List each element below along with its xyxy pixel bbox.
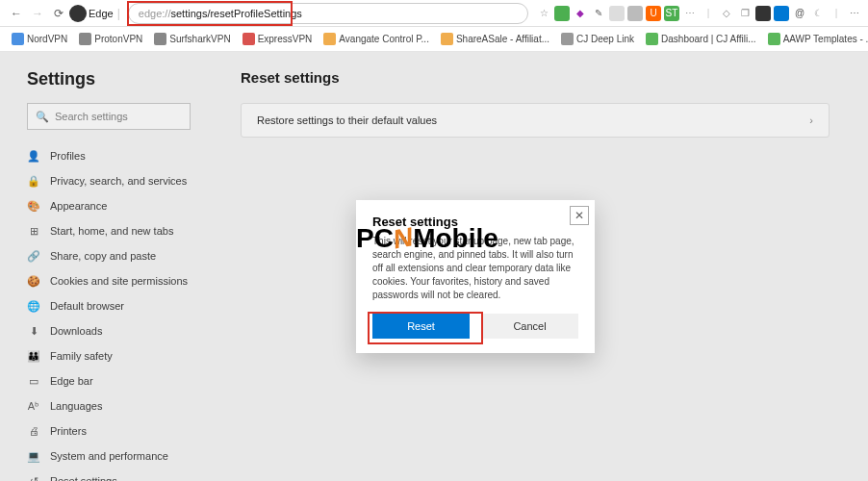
favicon-icon [561, 33, 574, 45]
bookmark-item[interactable]: ProtonVPN [75, 31, 146, 47]
favicon-icon [441, 33, 453, 45]
menu-icon[interactable]: ⋯ [847, 6, 862, 21]
bookmark-item[interactable]: ShareASale - Affiliat... [437, 31, 553, 47]
browser-toolbar: ← → ⟳ Edge | edge://settings/resetProfil… [0, 0, 868, 27]
edge-label: Edge [89, 8, 114, 19]
favicon-icon [12, 33, 24, 45]
cancel-button[interactable]: Cancel [481, 314, 578, 339]
ext-icon[interactable]: ☾ [810, 6, 826, 21]
reset-button[interactable]: Reset [372, 314, 470, 339]
ext-icon[interactable] [774, 6, 789, 21]
ext-icon[interactable]: ✎ [591, 6, 606, 21]
back-button[interactable]: ← [6, 3, 27, 24]
ext-icon[interactable]: @ [792, 6, 807, 21]
ext-icon[interactable] [609, 6, 625, 21]
favicon-icon [646, 33, 658, 45]
bookmark-item[interactable]: CJ Deep Link [557, 31, 638, 47]
ext-icon[interactable] [627, 6, 643, 21]
ext-icon[interactable]: ◇ [719, 6, 734, 21]
bookmark-item[interactable]: Avangate Control P... [319, 31, 433, 47]
favicon-icon [323, 33, 336, 45]
bookmark-item[interactable]: AAWP Templates - ... [764, 31, 868, 47]
close-button[interactable]: ✕ [570, 206, 589, 225]
favicon-icon [79, 33, 91, 45]
dialog-title: Reset settings [372, 215, 578, 229]
address-bar[interactable]: edge://settings/resetProfileSettings [128, 3, 528, 24]
dialog-body: This will reset your startup page, new t… [372, 235, 578, 302]
forward-button[interactable]: → [27, 3, 48, 24]
bookmark-item[interactable]: Dashboard | CJ Affili... [642, 31, 760, 47]
favicon-icon [768, 33, 780, 45]
ext-icon[interactable] [554, 6, 570, 21]
ext-icon[interactable]: U [646, 6, 661, 21]
bookmark-item[interactable]: ExpressVPN [239, 31, 317, 47]
favicon-icon [154, 33, 166, 45]
ext-icon[interactable] [755, 6, 771, 21]
edge-icon [69, 5, 87, 22]
reset-dialog: ✕ Reset settings This will reset your st… [356, 200, 595, 353]
ext-icon[interactable]: ⋯ [682, 6, 698, 21]
extension-icons: ☆ ◆ ✎ U ST ⋯ | ◇ ❐ @ ☾ | ⋯ [536, 6, 862, 21]
bookmark-item[interactable]: NordVPN [8, 31, 71, 47]
ext-icon[interactable]: ◆ [573, 6, 588, 21]
bookmark-item[interactable]: SurfsharkVPN [150, 31, 234, 47]
ext-icon[interactable]: ST [664, 6, 679, 21]
ext-icon[interactable]: ❐ [737, 6, 753, 21]
favicon-icon [243, 33, 255, 45]
bookmarks-bar: NordVPNProtonVPNSurfsharkVPNExpressVPNAv… [0, 27, 868, 52]
refresh-button[interactable]: ⟳ [48, 3, 69, 24]
star-icon[interactable]: ☆ [536, 6, 551, 21]
